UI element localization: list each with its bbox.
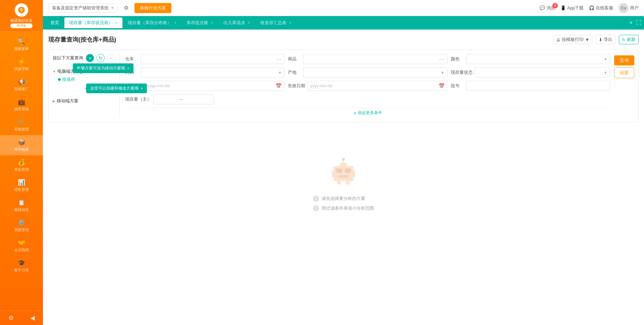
page-title: 现存量查询(按仓库+商品) [48,36,116,44]
filter-color: 颜色 ▼ [451,54,610,64]
stock-status-label: 现存量状态 [451,69,473,75]
svg-rect-2 [333,166,354,181]
svg-point-1 [21,10,22,11]
svg-rect-12 [345,181,350,184]
tab-inventory-status-close[interactable]: × [115,20,118,25]
tab-inventory-status-label: 现存量（库存状况表） [69,20,113,26]
sidebar-item-basic[interactable]: 📋 基础信息 [0,196,43,216]
scheme-item-location[interactable]: 按场所 [53,75,115,84]
sidebar-item-marketing[interactable]: 📢 营销推广 [0,75,43,95]
sidebar-collapse-btn[interactable]: ◀ [30,314,35,322]
refresh-btn[interactable]: ↻ 刷新 [619,35,639,44]
tab-summary[interactable]: 收发存汇总表 × [256,17,296,28]
export-icon: ⬇ [599,37,602,42]
filter-warehouse: 仓库 ⋯ [125,54,284,64]
tab-inventory-status[interactable]: 现存量（库存状况表） × [64,17,122,28]
tooltip2-text: 这里可以创建和修改方案哦 [90,86,139,91]
back-scheme-btn[interactable]: ← [107,54,115,62]
stock-status-select[interactable]: ▼ [475,67,610,77]
qty-to[interactable] [186,97,206,102]
qty-input[interactable]: — [153,94,214,104]
header-settings-btn[interactable]: ⚙ [121,3,131,13]
logo-badge: 标准版 [10,23,33,28]
sidebar-item-purchase[interactable]: 🛒 采购管理 [0,115,43,135]
size-select[interactable]: ▼ [141,67,284,77]
sidebar-item-management[interactable]: 📊 经营管理 [0,175,43,196]
sidebar-settings-btn[interactable]: ⚙ [8,314,14,322]
prod-date-input[interactable]: yyyy-mm-dd 📅 [145,81,284,91]
sidebar-item-guide[interactable]: 🎓 新手引导 [0,256,43,276]
warehouse-label: 仓库 [125,56,139,62]
export-btn[interactable]: ⬇ 导出 [596,35,615,44]
system-selector[interactable]: 装备及固定资产辅助管理系统 ▼ [48,3,118,13]
filter-row-4: 现存量（主） — [125,94,610,104]
batch-input[interactable] [466,81,610,91]
search-btn[interactable]: 查询 [614,55,634,65]
tab-batch[interactable]: 库存批次账 × [182,17,218,28]
origin-select[interactable]: ▼ [303,67,447,77]
tooltip1-close[interactable]: × [127,66,129,71]
app-download-label: App下载 [567,5,584,11]
tab-inventory-dist-close[interactable]: × [174,20,176,25]
filter-actions: 查询 设置 [614,54,634,118]
empty-step-2: 2 用过滤条件来缩小分析范围 [313,204,374,212]
tab-batch-close[interactable]: × [211,20,213,25]
svg-rect-9 [332,170,334,177]
scheme-item-mobile[interactable]: ▶ 移动端方案 [53,97,115,105]
tab-summary-close[interactable]: × [289,20,291,25]
online-support-item[interactable]: 🎧 在线客服 [589,5,613,11]
system-icon: ⚙️ [18,219,25,226]
origin-label: 产地 [288,69,301,75]
batch-label: 批号 [451,83,464,89]
color-select[interactable]: ▼ [466,54,610,64]
sidebar-item-search[interactable]: 🔍 搜索菜单 [0,35,43,55]
sidebar-item-inventory[interactable]: 📦 库存核算 [0,135,43,155]
sidebar-item-finance[interactable]: 💰 资金管理 [0,155,43,175]
collapse-btn[interactable]: ∧ 收起更多条件 [125,108,610,118]
filter-expiry-date: 失效日期 yyyy-mm-dd 📅 [288,81,447,91]
svg-rect-3 [336,168,342,173]
tab-close-all-icon[interactable]: × [630,20,633,26]
refresh-scheme-btn[interactable]: ↻ [97,54,105,62]
goods-select[interactable]: ⋯ [303,54,447,64]
user-label: 用户 [630,5,639,11]
sidebar-item-quick[interactable]: ⚡ 快捷导航 [0,55,43,75]
qty-from[interactable] [156,97,176,102]
svg-rect-5 [338,175,348,178]
user-item[interactable]: Ea 用户 [619,3,639,13]
tab-summary-label: 收发存汇总表 [260,20,286,26]
message-badge: 8 [552,3,558,8]
print-btn[interactable]: 🖨 按模板打印 ▼ [553,35,592,44]
expand-icon: ▼ [53,70,56,73]
sidebar-item-cooperation[interactable]: 🤝 企业协同 [0,236,43,256]
expiry-date-input[interactable]: yyyy-mm-dd 📅 [307,81,447,91]
warehouse-select[interactable]: ⋯ [141,54,284,64]
tooltip-scheme-mobile: 电脑方案可设为移动方案哦 × [73,63,133,73]
tab-fullscreen-icon[interactable]: ⛶ [636,20,641,26]
tooltip2-close[interactable]: × [141,86,143,91]
tab-home[interactable]: 首页 [46,17,64,28]
filter-row-2: 尺码 ▼ 产地 ▼ [125,67,610,77]
tab-flow-close[interactable]: × [248,20,250,25]
app-download-item[interactable]: 📱 App下载 [560,5,584,11]
content-area: 现存量查询(按仓库+商品) 🖨 按模板打印 ▼ ⬇ 导出 ↻ 刷新 [43,30,644,325]
step1-text: 请先选择要分析的方案 [322,195,365,202]
sidebar-item-system[interactable]: ⚙️ 系统管理 [0,216,43,236]
tab-flow[interactable]: 出入库流水 × [219,17,255,28]
filter-fields: 仓库 ⋯ 商品 ⋯ [120,54,610,118]
message-item[interactable]: 💬 消息 8 [540,5,555,11]
phone-icon: 📱 [560,5,566,10]
tooltip-scheme-edit: 这里可以创建和修改方案哦 × [86,84,147,93]
tab-inventory-dist[interactable]: 现存量（库存分布表） × [123,17,181,28]
refresh-icon: ↻ [622,37,626,42]
sidebar-item-sales[interactable]: 💼 销售管理 [0,95,43,115]
industry-btn[interactable]: 体验行业方案 [135,3,171,13]
add-scheme-btn[interactable]: + [86,54,94,62]
size-chevron-icon: ▼ [278,71,281,74]
filter-row-3: 生产日期 yyyy-mm-dd 📅 失效日期 yyyy-mm-dd 📅 [125,81,610,91]
settings-small-btn[interactable]: 设置 [614,67,634,78]
headset-icon: 🎧 [589,5,594,10]
svg-rect-10 [353,170,355,177]
guide-icon: 🎓 [18,259,25,267]
scheme-location-label: 按场所 [62,76,75,83]
